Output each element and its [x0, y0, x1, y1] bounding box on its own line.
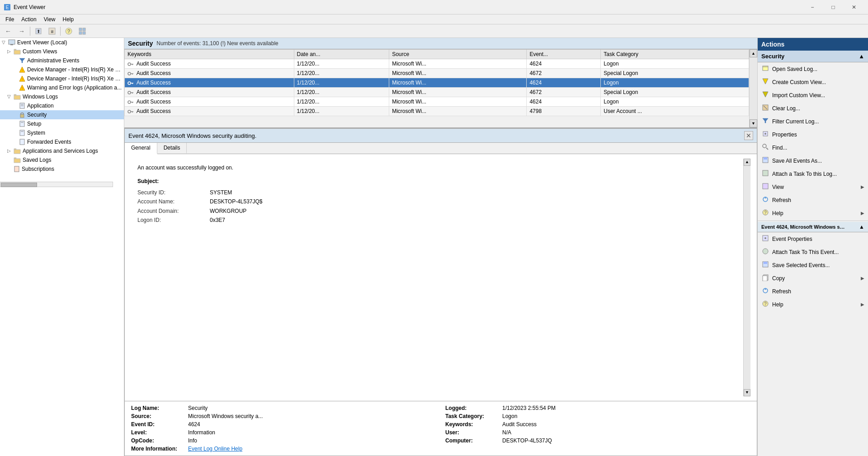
- sidebar-item-subscriptions[interactable]: Subscriptions: [0, 165, 124, 174]
- refresh-icon2: [761, 287, 769, 296]
- help-button[interactable]: ?: [62, 26, 75, 37]
- row-task: Logon: [601, 97, 749, 107]
- tab-general[interactable]: General: [125, 143, 157, 154]
- sidebar-item-custom-views[interactable]: ▷ Custom Views: [0, 47, 124, 56]
- lock-icon: [19, 112, 25, 118]
- close-detail-button[interactable]: ✕: [744, 131, 753, 140]
- action-find[interactable]: Find...: [758, 141, 868, 154]
- sidebar-item-device-mgr-2[interactable]: ! Device Manager - Intel(R) Iris(R) Xe G…: [0, 74, 124, 83]
- account-name-value: DESKTOP-4L537JQ$: [210, 197, 263, 206]
- sidebar-item-admin-events[interactable]: Administrative Events: [0, 56, 124, 65]
- device-mgr-1-label: Device Manager - Intel(R) Iris(R) Xe Gr.…: [27, 66, 122, 73]
- event-meta: Log Name: Security Logged: 1/12/2023 2:5…: [125, 401, 757, 456]
- sidebar-item-application[interactable]: Application: [0, 101, 124, 110]
- table-row[interactable]: Audit Success 1/12/20... Microsoft Wi...…: [125, 59, 749, 69]
- meta-computer: Computer: DESKTOP-4L537JQ: [445, 437, 750, 444]
- row-date: 1/12/20...: [294, 107, 389, 116]
- action-filter-log[interactable]: Filter Current Log...: [758, 115, 868, 128]
- actions-section-security[interactable]: Security ▲: [758, 51, 868, 62]
- forwarded-label: Forwarded Events: [27, 139, 71, 145]
- refresh-icon: [761, 196, 769, 204]
- table-row[interactable]: Audit Success 1/12/20... Microsoft Wi...…: [125, 97, 749, 107]
- col-header-keywords[interactable]: Keywords: [125, 50, 294, 59]
- col-header-date[interactable]: Date an...: [294, 50, 389, 59]
- menu-view[interactable]: View: [40, 15, 59, 24]
- menu-help[interactable]: Help: [59, 15, 78, 24]
- action-help-event[interactable]: ? Help ▶: [758, 298, 868, 311]
- svg-rect-10: [79, 32, 82, 34]
- mmc-button[interactable]: [76, 26, 89, 37]
- actions-section-event[interactable]: Event 4624, Microsoft Windows secur... ▲: [758, 222, 868, 232]
- close-button[interactable]: ✕: [844, 0, 864, 14]
- back-button[interactable]: ←: [2, 26, 14, 37]
- row-eventid: 4624: [527, 59, 601, 69]
- minimize-button[interactable]: −: [802, 0, 823, 14]
- event-log-online-help-link[interactable]: Event Log Online Help: [188, 446, 242, 452]
- keywords-value: Audit Success: [502, 421, 537, 428]
- col-header-task[interactable]: Task Category: [601, 50, 749, 59]
- sidebar-item-setup[interactable]: Setup: [0, 119, 124, 128]
- action-refresh-security[interactable]: Refresh: [758, 193, 868, 207]
- svg-rect-11: [83, 32, 85, 34]
- svg-point-61: [763, 249, 768, 254]
- row-date: 1/12/20...: [294, 69, 389, 78]
- meta-more-info: More Information: Event Log Online Help: [131, 446, 750, 452]
- titlebar: E Event Viewer − □ ✕: [0, 0, 868, 14]
- expand-icon: ▷: [7, 148, 13, 154]
- events-table: Keywords Date an... Source Event... Task…: [124, 49, 749, 116]
- sidebar-item-app-services[interactable]: ▷ Applications and Services Logs: [0, 146, 124, 155]
- sidebar-item-saved-logs[interactable]: Saved Logs: [0, 155, 124, 165]
- table-row[interactable]: Audit Success 1/12/20... Microsoft Wi...…: [125, 69, 749, 78]
- arrow-icon: ▶: [861, 276, 864, 281]
- action-event-properties[interactable]: Event Properties: [758, 232, 868, 245]
- action-properties[interactable]: Properties: [758, 128, 868, 141]
- actions-panel: Actions Security ▲ Open Saved Log... Cre…: [757, 38, 868, 456]
- sidebar-item-forwarded[interactable]: Forwarded Events: [0, 137, 124, 146]
- menu-file[interactable]: File: [2, 15, 18, 24]
- action-save-all-events[interactable]: Save All Events As...: [758, 154, 868, 167]
- sidebar-item-security[interactable]: Security: [0, 110, 124, 119]
- action-save-selected[interactable]: Save Selected Events...: [758, 259, 868, 272]
- svg-text:!: !: [22, 68, 23, 72]
- sidebar-item-root[interactable]: ▽ Event Viewer (Local): [0, 38, 124, 47]
- action-attach-task-event[interactable]: Attach Task To This Event...: [758, 245, 868, 259]
- table-row-selected[interactable]: Audit Success 1/12/20... Microsoft Wi...…: [125, 78, 749, 88]
- action-help-security[interactable]: ? Help ▶: [758, 207, 868, 220]
- expand-icon: [13, 76, 18, 81]
- subject-label: Subject:: [137, 177, 737, 186]
- action-refresh-event[interactable]: Refresh: [758, 285, 868, 298]
- col-header-eventid[interactable]: Event...: [527, 50, 601, 59]
- action-attach-task-log[interactable]: Attach a Task To this Log...: [758, 167, 868, 180]
- tab-details[interactable]: Details: [157, 143, 187, 154]
- logged-value: 1/12/2023 2:55:54 PM: [502, 405, 556, 411]
- menu-action[interactable]: Action: [18, 15, 40, 24]
- action-import-custom-view[interactable]: Import Custom View...: [758, 89, 868, 102]
- table-row[interactable]: Audit Success 1/12/20... Microsoft Wi...…: [125, 107, 749, 116]
- table-scrollbar[interactable]: ▲ ▼: [749, 49, 757, 127]
- scope-button[interactable]: 🖥: [46, 26, 58, 37]
- body-scrollbar[interactable]: ▲ ▼: [743, 159, 750, 396]
- sidebar-item-device-mgr-1[interactable]: ! Device Manager - Intel(R) Iris(R) Xe G…: [0, 65, 124, 74]
- action-clear-log[interactable]: Clear Log...: [758, 102, 868, 115]
- svg-point-39: [128, 101, 131, 103]
- action-create-custom-view[interactable]: Create Custom View...: [758, 75, 868, 89]
- action-open-saved-log[interactable]: Open Saved Log...: [758, 62, 868, 75]
- action-copy[interactable]: Copy ▶: [758, 272, 868, 285]
- row-eventid: 4798: [527, 107, 601, 116]
- warning-icon2: !: [19, 75, 25, 82]
- forward-button[interactable]: →: [15, 26, 28, 37]
- sidebar-item-system[interactable]: System: [0, 128, 124, 137]
- event-detail: Event 4624, Microsoft Windows security a…: [124, 128, 757, 456]
- event-detail-body: An account was successfully logged on. S…: [125, 154, 757, 401]
- sidebar-item-warning-error[interactable]: ! Warning and Error logs (Application a.…: [0, 83, 124, 92]
- sidebar-item-windows-logs[interactable]: ▽ Windows Logs: [0, 92, 124, 101]
- log-icon3: [19, 130, 25, 136]
- col-header-source[interactable]: Source: [389, 50, 527, 59]
- log-icon4: [19, 139, 25, 145]
- maximize-button[interactable]: □: [823, 0, 844, 14]
- row-task: Special Logon: [601, 69, 749, 78]
- up-button[interactable]: ⬆: [32, 26, 45, 37]
- table-row[interactable]: Audit Success 1/12/20... Microsoft Wi...…: [125, 88, 749, 97]
- log-icon2: [19, 121, 25, 127]
- action-view[interactable]: View ▶: [758, 180, 868, 193]
